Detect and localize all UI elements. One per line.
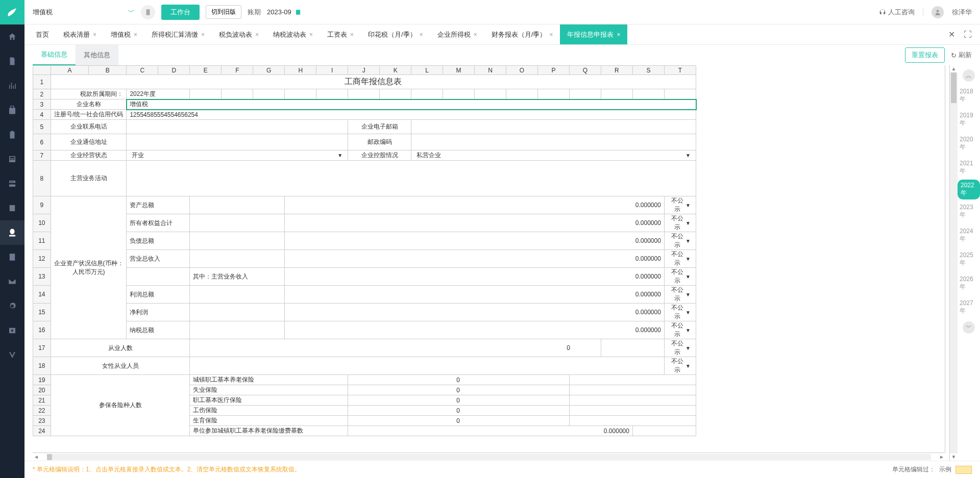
tab-close-icon[interactable]: ×	[420, 31, 423, 38]
year-option[interactable]: 2019年	[958, 108, 980, 132]
tab-1[interactable]: 税表清册×	[56, 24, 104, 44]
year-selector: ︽ 2018年2019年2020年2021年2022年2023年2024年202…	[958, 65, 980, 461]
nav-tax-icon[interactable]	[0, 220, 24, 245]
tab-0[interactable]: 首页	[29, 24, 56, 44]
tab-3[interactable]: 所得税汇算清缴×	[144, 24, 212, 44]
header-round-icon[interactable]	[141, 5, 155, 19]
calendar-icon	[295, 9, 302, 16]
tab-5[interactable]: 纳税波动表×	[266, 24, 320, 44]
year-option[interactable]: 2026年	[958, 271, 980, 295]
subtab-other[interactable]: 其他信息	[76, 45, 118, 65]
horizontal-scrollbar[interactable]: ◄►	[33, 452, 945, 461]
vertical-scrollbar[interactable]: ▲▼	[949, 65, 958, 461]
nav-video-icon[interactable]	[0, 318, 24, 343]
tab-close-icon[interactable]: ×	[474, 31, 477, 38]
nav-home-icon[interactable]	[0, 24, 24, 49]
year-option[interactable]: 2024年	[958, 223, 980, 247]
refresh-button[interactable]: ↻ 刷新	[951, 51, 972, 60]
nav-v-icon[interactable]	[0, 343, 24, 367]
tabs-close-all-icon[interactable]: ✕	[945, 29, 958, 41]
nav-form-icon[interactable]	[0, 147, 24, 171]
year-down-icon[interactable]: ︾	[963, 321, 975, 334]
year-option[interactable]: 2022年	[958, 180, 980, 199]
year-option[interactable]: 2023年	[958, 199, 980, 223]
tab-close-icon[interactable]: ×	[255, 31, 259, 38]
svg-point-0	[937, 10, 939, 12]
tab-close-icon[interactable]: ×	[201, 31, 205, 38]
left-sidebar	[0, 0, 24, 478]
tab-4[interactable]: 税负波动表×	[212, 24, 266, 44]
nav-clipboard-icon[interactable]	[0, 122, 24, 147]
tab-close-icon[interactable]: ×	[617, 31, 620, 38]
company-selector[interactable]: 增值税 ﹀	[33, 8, 135, 17]
tab-close-icon[interactable]: ×	[93, 31, 96, 38]
year-up-icon[interactable]: ︽	[963, 69, 975, 82]
year-option[interactable]: 2027年	[958, 295, 980, 319]
tab-close-icon[interactable]: ×	[549, 31, 553, 38]
nav-bag-icon[interactable]	[0, 98, 24, 122]
tab-6[interactable]: 工资表×	[320, 24, 361, 44]
topbar: 增值税 ﹀ 工作台 切到旧版 账期 2023-09 人工咨询 徐泽华	[24, 0, 980, 24]
chevron-down-icon: ﹀	[128, 8, 135, 17]
edited-swatch	[955, 466, 972, 474]
tab-9[interactable]: 财务报表（月/季）×	[484, 24, 560, 44]
headset-icon	[879, 9, 886, 16]
username: 徐泽华	[952, 8, 972, 17]
nav-mail-icon[interactable]	[0, 269, 24, 294]
year-option[interactable]: 2020年	[958, 132, 980, 156]
nav-chart-icon[interactable]	[0, 73, 24, 98]
tab-close-icon[interactable]: ×	[134, 31, 137, 38]
nav-doc-icon[interactable]	[0, 49, 24, 73]
year-option[interactable]: 2021年	[958, 156, 980, 180]
app-logo	[0, 0, 24, 24]
nav-export-icon[interactable]	[0, 245, 24, 269]
tabs-bar: 首页税表清册×增值税×所得税汇算清缴×税负波动表×纳税波动表×工资表×印花税（月…	[24, 24, 980, 45]
example-label: 示例	[939, 465, 951, 474]
edited-label: 单元格编辑过：	[892, 465, 935, 474]
nav-ruler-icon[interactable]	[0, 171, 24, 196]
subtab-basic[interactable]: 基础信息	[33, 45, 76, 65]
tab-7[interactable]: 印花税（月/季）×	[361, 24, 430, 44]
year-option[interactable]: 2025年	[958, 247, 980, 271]
period-label: 账期	[248, 8, 261, 17]
tab-2[interactable]: 增值税×	[104, 24, 144, 44]
period-picker[interactable]: 2023-09	[267, 8, 302, 16]
consult-link[interactable]: 人工咨询	[879, 8, 915, 17]
spreadsheet[interactable]: ABCDEFGHIJKLMNOPQRST1工商年报信息表2税款所属期间：2022…	[33, 65, 945, 452]
tab-close-icon[interactable]: ×	[350, 31, 354, 38]
nav-calendar-icon[interactable]	[0, 196, 24, 220]
company-name: 增值税	[33, 8, 53, 17]
year-option[interactable]: 2018年	[958, 84, 980, 108]
user-avatar[interactable]	[932, 6, 944, 18]
tab-8[interactable]: 企业所得税×	[430, 24, 484, 44]
nav-gear-icon[interactable]	[0, 294, 24, 318]
footer: * 单元格编辑说明：1、点击单元格直接录入数值或文本。2、清空单元格数值或文本恢…	[24, 461, 980, 478]
workspace-button[interactable]: 工作台	[161, 5, 200, 20]
tabs-expand-icon[interactable]: ⛶	[962, 29, 974, 41]
tab-close-icon[interactable]: ×	[309, 31, 313, 38]
sub-tabs-bar: 基础信息 其他信息 重置报表 ↻ 刷新	[24, 45, 980, 65]
old-version-button[interactable]: 切到旧版	[206, 5, 241, 19]
footer-note: * 单元格编辑说明：1、点击单元格直接录入数值或文本。2、清空单元格数值或文本恢…	[33, 465, 301, 474]
reset-report-button[interactable]: 重置报表	[905, 47, 945, 63]
tab-10[interactable]: 年报信息申报表×	[560, 24, 627, 44]
